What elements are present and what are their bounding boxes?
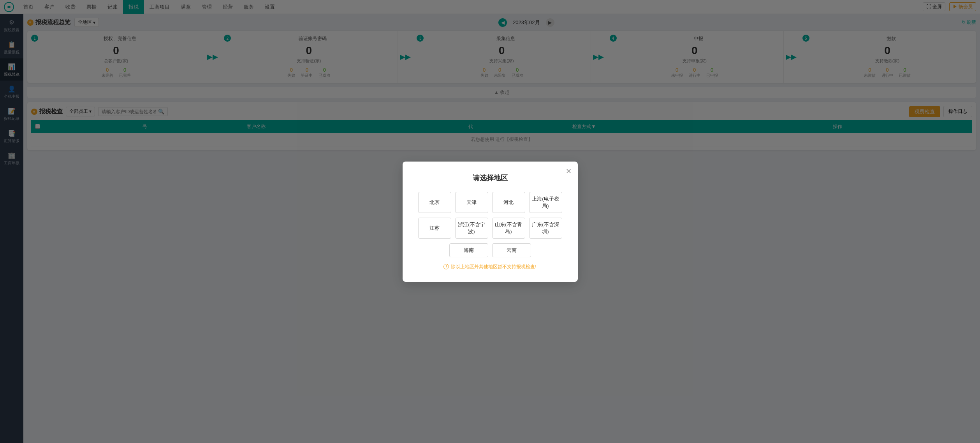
region-jiangsu[interactable]: 江苏 <box>418 218 451 239</box>
modal-overlay: ✕ 请选择地区 北京 天津 河北 上海(电子税局) 江苏 浙江(不含宁波) 山东… <box>0 0 980 443</box>
region-shandong[interactable]: 山东(不含青岛) <box>492 218 525 239</box>
region-beijing[interactable]: 北京 <box>418 192 451 213</box>
region-grid-row3: 海南 云南 <box>418 243 562 257</box>
region-tianjin[interactable]: 天津 <box>455 192 488 213</box>
modal-close-button[interactable]: ✕ <box>566 167 572 176</box>
region-guangdong[interactable]: 广东(不含深圳) <box>529 218 562 239</box>
warning-icon: ! <box>443 264 449 269</box>
region-grid-row1: 北京 天津 河北 上海(电子税局) <box>418 192 562 213</box>
modal-title: 请选择地区 <box>418 173 562 183</box>
modal-warning: ! 除以上地区外其他地区暂不支持报税检查! <box>418 264 562 270</box>
region-hebei[interactable]: 河北 <box>492 192 525 213</box>
region-shanghai[interactable]: 上海(电子税局) <box>529 192 562 213</box>
region-yunnan[interactable]: 云南 <box>492 243 531 257</box>
region-grid-row2: 江苏 浙江(不含宁波) 山东(不含青岛) 广东(不含深圳) <box>418 218 562 239</box>
region-zhejiang[interactable]: 浙江(不含宁波) <box>455 218 488 239</box>
region-select-modal: ✕ 请选择地区 北京 天津 河北 上海(电子税局) 江苏 浙江(不含宁波) 山东… <box>403 162 578 282</box>
region-hainan[interactable]: 海南 <box>449 243 488 257</box>
